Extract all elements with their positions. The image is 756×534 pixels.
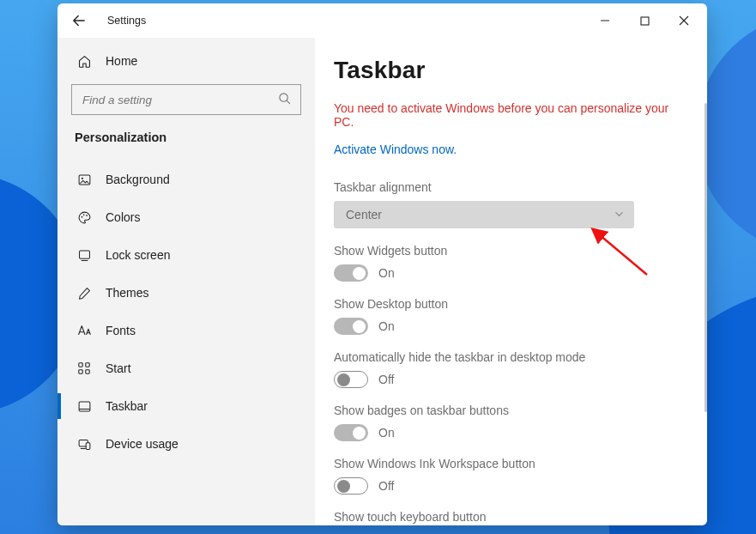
toggle-show-desktop[interactable] bbox=[334, 318, 368, 335]
nav-taskbar[interactable]: Taskbar bbox=[71, 388, 301, 424]
home-icon bbox=[76, 53, 92, 69]
nav-start[interactable]: Start bbox=[71, 350, 301, 386]
page-title: Taskbar bbox=[334, 57, 688, 84]
svg-rect-10 bbox=[79, 370, 82, 373]
sidebar: Home Personalization Background Colors bbox=[57, 38, 315, 525]
setting-auto-hide: Automatically hide the taskbar in deskto… bbox=[334, 350, 688, 388]
nav-label: Taskbar bbox=[106, 399, 148, 413]
search-icon bbox=[278, 92, 292, 107]
sidebar-section-header: Personalization bbox=[75, 130, 301, 144]
nav-device-usage[interactable]: Device usage bbox=[71, 426, 301, 462]
setting-label: Show Windows Ink Workspace button bbox=[334, 457, 688, 470]
activate-windows-link[interactable]: Activate Windows now. bbox=[334, 143, 688, 156]
minimize-icon bbox=[600, 15, 610, 26]
content-pane: Taskbar You need to activate Windows bef… bbox=[315, 38, 707, 525]
toggle-badges[interactable] bbox=[334, 424, 368, 441]
setting-taskbar-alignment: Taskbar alignment Center bbox=[334, 180, 688, 228]
toggle-state: Off bbox=[378, 373, 394, 386]
nav-label: Colors bbox=[106, 210, 140, 224]
nav-colors[interactable]: Colors bbox=[71, 199, 301, 235]
back-button[interactable] bbox=[66, 8, 92, 33]
toggle-auto-hide[interactable] bbox=[334, 371, 368, 388]
arrow-left-icon bbox=[72, 14, 86, 27]
setting-touch-keyboard: Show touch keyboard button bbox=[334, 510, 688, 524]
window-title: Settings bbox=[107, 15, 146, 27]
minimize-button[interactable] bbox=[585, 6, 625, 35]
setting-show-widgets: Show Widgets button On bbox=[334, 244, 688, 282]
setting-label: Show Desktop button bbox=[334, 297, 688, 311]
toggle-state: On bbox=[378, 319, 395, 333]
pen-icon bbox=[76, 285, 92, 300]
title-bar-left: Settings bbox=[66, 8, 146, 33]
image-icon bbox=[76, 172, 92, 187]
chevron-down-icon bbox=[614, 208, 624, 221]
svg-rect-12 bbox=[79, 401, 90, 410]
nav-home[interactable]: Home bbox=[71, 43, 301, 79]
setting-label: Taskbar alignment bbox=[334, 180, 688, 194]
setting-label: Show touch keyboard button bbox=[334, 510, 688, 524]
palette-icon bbox=[76, 209, 92, 225]
nav-label: Background bbox=[106, 173, 170, 186]
grid-icon bbox=[76, 361, 92, 376]
scroll-indicator[interactable] bbox=[705, 103, 707, 412]
svg-rect-14 bbox=[86, 442, 90, 449]
svg-rect-9 bbox=[86, 363, 89, 367]
taskbar-icon bbox=[76, 398, 92, 414]
alignment-dropdown[interactable]: Center bbox=[334, 201, 634, 228]
setting-badges: Show badges on taskbar buttons On bbox=[334, 404, 688, 441]
lock-screen-icon bbox=[76, 247, 92, 263]
sidebar-nav: Background Colors Lock screen Themes Fon… bbox=[71, 161, 301, 462]
close-icon bbox=[679, 15, 689, 26]
toggle-state: On bbox=[378, 426, 395, 440]
svg-point-5 bbox=[82, 214, 84, 215]
svg-rect-7 bbox=[79, 250, 89, 258]
toggle-show-widgets[interactable] bbox=[334, 264, 368, 282]
nav-label: Device usage bbox=[106, 437, 178, 451]
setting-show-desktop: Show Desktop button On bbox=[334, 297, 688, 335]
settings-window: Settings Home bbox=[57, 3, 707, 525]
font-icon bbox=[76, 323, 92, 338]
device-icon bbox=[76, 436, 92, 452]
svg-rect-11 bbox=[86, 370, 89, 373]
maximize-button[interactable] bbox=[625, 6, 664, 35]
nav-label: Lock screen bbox=[106, 248, 170, 262]
setting-label: Show Widgets button bbox=[334, 244, 688, 258]
nav-label: Themes bbox=[106, 286, 149, 300]
search-box[interactable] bbox=[71, 84, 301, 115]
search-input[interactable] bbox=[81, 93, 278, 107]
svg-rect-0 bbox=[641, 17, 649, 25]
setting-ink-workspace: Show Windows Ink Workspace button Off bbox=[334, 457, 688, 495]
nav-fonts[interactable]: Fonts bbox=[71, 313, 301, 349]
svg-point-1 bbox=[280, 94, 287, 101]
maximize-icon bbox=[640, 16, 650, 26]
toggle-state: On bbox=[378, 266, 395, 280]
nav-themes[interactable]: Themes bbox=[71, 275, 301, 311]
setting-label: Automatically hide the taskbar in deskto… bbox=[334, 350, 688, 364]
svg-point-3 bbox=[81, 177, 82, 179]
svg-point-6 bbox=[86, 215, 88, 216]
toggle-ink-workspace[interactable] bbox=[334, 477, 368, 495]
close-button[interactable] bbox=[664, 6, 704, 35]
nav-label: Fonts bbox=[106, 324, 136, 337]
dropdown-value: Center bbox=[346, 208, 382, 221]
nav-home-label: Home bbox=[106, 54, 137, 68]
setting-label: Show badges on taskbar buttons bbox=[334, 404, 688, 417]
nav-label: Start bbox=[106, 361, 131, 375]
activation-warning: You need to activate Windows before you … bbox=[334, 101, 688, 129]
toggle-state: Off bbox=[378, 479, 394, 493]
svg-point-4 bbox=[81, 215, 82, 217]
window-controls bbox=[585, 6, 704, 35]
window-body: Home Personalization Background Colors bbox=[57, 38, 707, 525]
svg-rect-8 bbox=[79, 363, 82, 367]
nav-background[interactable]: Background bbox=[71, 161, 301, 197]
nav-lock-screen[interactable]: Lock screen bbox=[71, 237, 301, 273]
title-bar: Settings bbox=[57, 3, 707, 38]
